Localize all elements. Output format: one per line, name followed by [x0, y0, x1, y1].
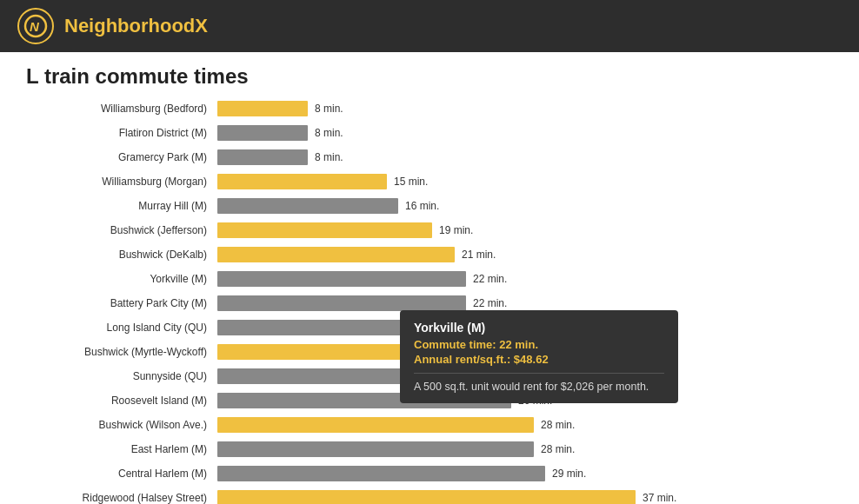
bar-row[interactable]: Yorkville (M)22 min. [26, 268, 833, 290]
bar-label: Battery Park City (M) [26, 297, 217, 309]
bar-fill [217, 490, 636, 504]
bar-value-label: 37 min. [643, 492, 676, 504]
bar-track: 19 min. [217, 222, 833, 238]
bar-track: 29 min. [217, 466, 833, 481]
bar-row[interactable]: Gramercy Park (M)8 min. [26, 146, 833, 169]
bar-row[interactable]: East Harlem (M)28 min. [26, 438, 833, 461]
bar-row[interactable]: Williamsburg (Bedford)8 min. [26, 97, 833, 120]
bar-track: 25 min. [217, 344, 833, 360]
bar-fill [217, 393, 511, 408]
bar-fill [217, 295, 466, 311]
bar-fill [217, 271, 466, 287]
bar-value-label: 28 min. [541, 419, 575, 431]
bar-value-label: 22 min. [473, 297, 507, 309]
bar-label: Gramercy Park (M) [26, 151, 217, 163]
chart-container: Williamsburg (Bedford)8 min.Flatiron Dis… [0, 97, 859, 504]
bar-fill [217, 344, 500, 360]
bar-row[interactable]: Central Harlem (M)29 min. [26, 462, 833, 485]
bar-track: 28 min. [217, 417, 833, 433]
svg-text:N: N [30, 19, 40, 34]
bar-label: East Harlem (M) [26, 443, 217, 455]
bar-label: Sunnyside (QU) [26, 370, 217, 382]
bar-value-label: 22 min. [473, 273, 507, 285]
bar-label: Bushwick (Wilson Ave.) [26, 419, 217, 431]
bar-track: 26 min. [217, 368, 833, 384]
bar-label: Murray Hill (M) [26, 200, 217, 212]
bar-row[interactable]: Bushwick (Myrtle-Wyckoff)25 min. [26, 341, 833, 363]
bar-value-label: 21 min. [462, 249, 496, 261]
bar-fill [217, 149, 308, 165]
bar-track: 37 min. [217, 490, 833, 504]
bar-track: 28 min. [217, 441, 833, 457]
bar-track: 8 min. [217, 101, 833, 116]
bar-fill [217, 320, 489, 335]
app-header: N NeighborhoodX [0, 0, 859, 52]
bar-row[interactable]: Battery Park City (M)22 min. [26, 292, 833, 315]
bar-fill [217, 368, 511, 384]
bar-fill [217, 441, 534, 457]
bar-value-label: 24 min. [496, 322, 529, 334]
bar-label: Williamsburg (Bedford) [26, 103, 217, 115]
bar-label: Williamsburg (Morgan) [26, 176, 217, 188]
bar-row[interactable]: Sunnyside (QU)26 min. [26, 365, 833, 388]
bar-value-label: 16 min. [405, 200, 439, 212]
bar-label: Yorkville (M) [26, 273, 217, 285]
bar-value-label: 8 min. [315, 127, 343, 139]
bar-label: Ridgewood (Halsey Street) [26, 492, 217, 504]
bar-track: 22 min. [217, 295, 833, 311]
bar-label: Bushwick (DeKalb) [26, 249, 217, 261]
bar-track: 8 min. [217, 149, 833, 165]
bar-row[interactable]: Flatiron District (M)8 min. [26, 122, 833, 144]
bar-row[interactable]: Murray Hill (M)16 min. [26, 195, 833, 217]
bar-value-label: 15 min. [394, 176, 428, 188]
bar-label: Bushwick (Jefferson) [26, 224, 217, 236]
logo-icon[interactable]: N [17, 8, 54, 44]
bar-track: 22 min. [217, 271, 833, 287]
bar-label: Long Island City (QU) [26, 322, 217, 334]
bar-fill [217, 125, 308, 141]
bars-wrapper: Williamsburg (Bedford)8 min.Flatiron Dis… [26, 97, 833, 504]
bar-fill [217, 101, 308, 116]
bar-value-label: 26 min. [518, 370, 552, 382]
bar-fill [217, 417, 534, 433]
bar-value-label: 25 min. [507, 346, 541, 358]
bar-label: Bushwick (Myrtle-Wyckoff) [26, 346, 217, 358]
bar-row[interactable]: Bushwick (DeKalb)21 min. [26, 243, 833, 266]
bar-value-label: 8 min. [315, 103, 343, 115]
bar-fill [217, 174, 387, 189]
bar-fill [217, 466, 545, 481]
bar-fill [217, 198, 398, 214]
bar-track: 24 min. [217, 320, 833, 335]
page-title: L train commute times [0, 52, 859, 97]
bar-value-label: 8 min. [315, 151, 343, 163]
bar-row[interactable]: Ridgewood (Halsey Street)37 min. [26, 487, 833, 504]
bar-value-label: 19 min. [439, 224, 473, 236]
bar-row[interactable]: Williamsburg (Morgan)15 min. [26, 170, 833, 193]
bar-label: Roosevelt Island (M) [26, 395, 217, 407]
bar-row[interactable]: Bushwick (Jefferson)19 min. [26, 219, 833, 242]
bar-value-label: 29 min. [552, 468, 586, 480]
bar-row[interactable]: Bushwick (Wilson Ave.)28 min. [26, 414, 833, 436]
bar-track: 21 min. [217, 247, 833, 262]
bar-label: Central Harlem (M) [26, 468, 217, 480]
bar-label: Flatiron District (M) [26, 127, 217, 139]
bar-value-label: 28 min. [541, 443, 575, 455]
bar-track: 8 min. [217, 125, 833, 141]
bar-track: 26 min. [217, 393, 833, 408]
bar-value-label: 26 min. [518, 395, 552, 407]
bar-row[interactable]: Long Island City (QU)24 min. [26, 316, 833, 339]
app-name: NeighborhoodX [64, 15, 208, 37]
bar-fill [217, 247, 455, 262]
bar-track: 16 min. [217, 198, 833, 214]
bar-track: 15 min. [217, 174, 833, 189]
bar-row[interactable]: Roosevelt Island (M)26 min. [26, 389, 833, 412]
bar-fill [217, 222, 432, 238]
